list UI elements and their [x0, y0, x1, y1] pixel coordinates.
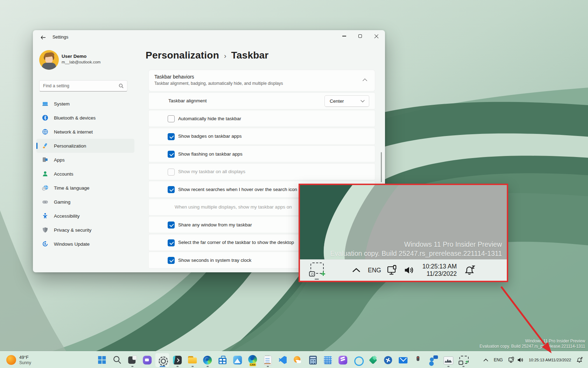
- widgets-weather-button[interactable]: 49°F Sunny: [4, 353, 34, 367]
- speaker-icon[interactable]: [404, 265, 414, 275]
- chat-icon[interactable]: [140, 353, 154, 367]
- health-icon[interactable]: [366, 353, 380, 367]
- watermark-line1: Windows 11 Pro Insider Preview: [479, 339, 585, 344]
- scrollbar[interactable]: [381, 152, 382, 182]
- sidebar-item-accounts[interactable]: Accounts: [36, 167, 134, 181]
- photos-icon[interactable]: [230, 353, 245, 367]
- sidebar-item-network[interactable]: Network & internet: [36, 125, 134, 139]
- sidebar-item-gaming[interactable]: Gaming: [36, 195, 134, 209]
- weather-temp: 49°F: [19, 355, 31, 360]
- minimize-button[interactable]: [336, 30, 352, 42]
- sidebar-item-system[interactable]: System: [36, 97, 134, 111]
- mail-icon[interactable]: [396, 353, 410, 367]
- taskbar: 49°F Sunny CAN ENG 1: [0, 351, 588, 368]
- sidebar-item-bluetooth[interactable]: Bluetooth & devices: [36, 111, 134, 125]
- focus-assist-bell-icon[interactable]: [464, 265, 476, 275]
- voice-recorder-icon[interactable]: [411, 353, 425, 367]
- terminal-icon[interactable]: [170, 353, 184, 367]
- search-icon[interactable]: [110, 353, 124, 367]
- performance-monitor-icon[interactable]: [441, 353, 455, 367]
- cortana-icon[interactable]: [351, 353, 365, 367]
- inset-language-indicator[interactable]: ENG: [368, 267, 381, 274]
- inset-watermark: Windows 11 Pro Insider Preview Evaluatio…: [330, 240, 502, 258]
- system-icon: [42, 101, 48, 107]
- paintbrush-icon: [42, 143, 48, 149]
- badges-checkbox[interactable]: [168, 133, 175, 140]
- recent-searches-checkbox[interactable]: [168, 186, 175, 193]
- back-arrow-icon: [41, 35, 46, 40]
- sidebar-item-personalization[interactable]: Personalization: [36, 139, 134, 153]
- weather-icon[interactable]: [290, 353, 305, 367]
- close-button[interactable]: [368, 30, 384, 42]
- file-explorer-icon[interactable]: [185, 353, 200, 367]
- gamepad-icon: [42, 199, 48, 205]
- taskbar-behaviors-header[interactable]: Taskbar behaviors Taskbar alignment, bad…: [148, 70, 375, 91]
- all-displays-checkbox: [168, 169, 175, 176]
- user-email: m__lab@outlook.com: [62, 60, 100, 64]
- seconds-clock-checkbox[interactable]: [168, 257, 175, 264]
- settings-sidebar: User Demo m__lab@outlook.com System Blue…: [33, 44, 138, 272]
- snipping-tool-icon[interactable]: [456, 353, 470, 367]
- flashing-checkbox[interactable]: [168, 151, 175, 158]
- sidebar-item-time-language[interactable]: Time & language: [36, 181, 134, 195]
- share-window-checkbox[interactable]: [168, 222, 175, 229]
- inset-clock[interactable]: 10:25:13 AM 11/23/2022: [416, 263, 457, 278]
- settings-icon[interactable]: [155, 353, 169, 367]
- sidebar-item-label: Bluetooth & devices: [54, 115, 96, 121]
- start-icon[interactable]: [95, 353, 109, 367]
- inset-watermark-line2: Evaluation copy. Build 25247.rs_prerelea…: [330, 249, 502, 258]
- sidebar-item-privacy[interactable]: Privacy & security: [36, 223, 134, 237]
- edge-canary-icon[interactable]: CAN: [245, 353, 260, 367]
- far-corner-checkbox[interactable]: [168, 239, 175, 246]
- maximize-button[interactable]: [352, 30, 368, 42]
- inset-taskbar: ENG 10:25:13 AM 11/23/2022: [300, 259, 507, 281]
- setting-label: Show badges on taskbar apps: [178, 134, 242, 139]
- setting-label: Select the far corner of the taskbar to …: [178, 240, 294, 245]
- setting-label: Show flashing on taskbar apps: [178, 151, 243, 157]
- calculator-icon[interactable]: [306, 353, 320, 367]
- system-tray: ENG 10:25:13 AM 11/23/2022: [483, 352, 588, 368]
- hidden-icons-chevron[interactable]: [352, 268, 361, 273]
- vscode-icon[interactable]: [275, 353, 290, 367]
- sidebar-item-accessibility[interactable]: Accessibility: [36, 209, 134, 223]
- taskbar-alignment-dropdown[interactable]: Center: [324, 95, 369, 107]
- sidebar-item-apps[interactable]: Apps: [36, 153, 134, 167]
- calendar-icon[interactable]: [321, 353, 335, 367]
- back-button[interactable]: [38, 33, 48, 42]
- focus-assist-bell-icon[interactable]: [576, 357, 583, 363]
- running-indicator: [131, 366, 133, 367]
- setting-row-flashing[interactable]: Show flashing on taskbar apps: [148, 145, 375, 162]
- edge-icon[interactable]: [200, 353, 215, 367]
- setting-label: Share any window from my taskbar: [178, 222, 252, 227]
- running-indicator: [191, 366, 194, 367]
- taskbar-clock[interactable]: 10:25:13 AM 11/23/2022: [529, 357, 571, 362]
- snipping-tool-icon[interactable]: [309, 263, 326, 277]
- setting-label: Show seconds in system tray clock: [178, 258, 251, 263]
- inset-watermark-line1: Windows 11 Pro Insider Preview: [330, 240, 502, 249]
- network-icon[interactable]: [508, 357, 515, 363]
- sidebar-item-label: Network & internet: [54, 129, 93, 135]
- setting-row-auto-hide[interactable]: Automatically hide the taskbar: [148, 110, 375, 127]
- breadcrumb-parent[interactable]: Personalization: [146, 50, 219, 61]
- dev-pinwheel-icon[interactable]: [381, 353, 395, 367]
- setting-row-taskbar-alignment: Taskbar alignment Center: [148, 93, 375, 109]
- sidebar-nav: System Bluetooth & devices Network & int…: [36, 97, 134, 251]
- auto-hide-checkbox[interactable]: [168, 115, 175, 122]
- setting-label: Show my taskbar on all displays: [178, 169, 245, 174]
- hidden-icons-chevron[interactable]: [483, 359, 489, 362]
- sidebar-item-windows-update[interactable]: Windows Update: [36, 237, 134, 251]
- breadcrumb: Personalization › Taskbar: [146, 50, 268, 61]
- network-icon[interactable]: [387, 265, 398, 275]
- setting-row-badges[interactable]: Show badges on taskbar apps: [148, 128, 375, 145]
- taskbar-app-icons: CAN: [94, 352, 471, 368]
- feedback-hub-icon[interactable]: [426, 353, 440, 367]
- notepad-icon[interactable]: [260, 353, 275, 367]
- speaker-icon[interactable]: [517, 357, 524, 363]
- avatar[interactable]: [39, 50, 59, 70]
- clipchamp-icon[interactable]: [336, 353, 350, 367]
- task-view-icon[interactable]: [125, 353, 139, 367]
- store-icon[interactable]: [215, 353, 230, 367]
- search-box[interactable]: [39, 80, 127, 91]
- language-indicator[interactable]: ENG: [494, 357, 503, 362]
- search-input[interactable]: [43, 83, 119, 88]
